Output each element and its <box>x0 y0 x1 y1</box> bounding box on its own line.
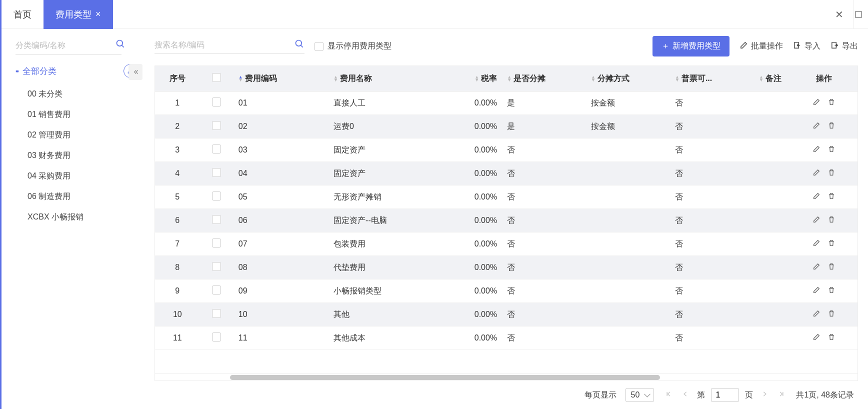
tab-expense-type[interactable]: 费用类型 × <box>44 0 113 29</box>
cell-checkbox[interactable] <box>200 326 234 350</box>
row-checkbox[interactable] <box>212 192 221 200</box>
sidebar-item[interactable]: 03 财务费用 <box>28 146 142 166</box>
batch-label: 批量操作 <box>751 41 783 52</box>
table-row[interactable]: 606固定资产--电脑0.00%否否 <box>155 209 858 232</box>
cell-checkbox[interactable] <box>200 186 234 209</box>
row-checkbox[interactable] <box>212 215 221 224</box>
delete-row-icon[interactable] <box>828 286 836 296</box>
add-expense-type-button[interactable]: ＋ 新增费用类型 <box>652 36 730 56</box>
tabs-close-all-icon[interactable]: ✕ <box>829 4 849 24</box>
delete-row-icon[interactable] <box>828 192 836 202</box>
row-checkbox[interactable] <box>212 309 221 318</box>
delete-row-icon[interactable] <box>828 122 836 132</box>
table-row[interactable]: 909小畅报销类型0.00%否否 <box>155 280 858 303</box>
delete-row-icon[interactable] <box>828 145 836 155</box>
col-code[interactable]: ▲▼费用编码 <box>234 66 328 92</box>
cell-code: 01 <box>234 92 328 115</box>
delete-row-icon[interactable] <box>828 216 836 226</box>
batch-action-button[interactable]: 批量操作 <box>740 41 783 52</box>
sidebar-item[interactable]: 06 制造费用 <box>28 186 142 207</box>
export-button[interactable]: 导出 <box>830 41 858 52</box>
import-button[interactable]: 导入 <box>793 41 820 52</box>
edit-row-icon[interactable] <box>812 122 820 132</box>
col-rate[interactable]: ▲▼税率 <box>446 66 502 92</box>
row-checkbox[interactable] <box>212 98 221 106</box>
edit-row-icon[interactable] <box>812 98 820 108</box>
row-checkbox[interactable] <box>212 238 221 248</box>
search-icon[interactable] <box>294 39 304 52</box>
cell-checkbox[interactable] <box>200 280 234 303</box>
first-page-button[interactable] <box>663 390 674 400</box>
row-checkbox[interactable] <box>212 144 221 154</box>
per-page-select[interactable]: 50 <box>626 388 654 402</box>
edit-row-icon[interactable] <box>812 286 820 296</box>
table-row[interactable]: 505无形资产摊销0.00%否否 <box>155 186 858 209</box>
table-search-input[interactable] <box>154 40 294 50</box>
row-checkbox[interactable] <box>212 286 221 294</box>
table-row[interactable]: 707包装费用0.00%否否 <box>155 232 858 256</box>
last-page-button[interactable] <box>776 390 787 400</box>
delete-row-icon[interactable] <box>828 310 836 320</box>
delete-row-icon[interactable] <box>828 333 836 343</box>
select-all-checkbox[interactable] <box>212 73 221 82</box>
table-row[interactable]: 808代垫费用0.00%否否 <box>155 256 858 280</box>
cell-checkbox[interactable] <box>200 232 234 256</box>
delete-row-icon[interactable] <box>828 168 836 178</box>
cell-checkbox[interactable] <box>200 138 234 162</box>
table-row[interactable]: 202运费00.00%是按金额否 <box>155 115 858 138</box>
delete-row-icon[interactable] <box>828 262 836 272</box>
prev-page-button[interactable] <box>680 390 691 400</box>
table-row[interactable]: 1010其他0.00%否否 <box>155 303 858 326</box>
search-icon[interactable] <box>116 39 126 52</box>
row-checkbox[interactable] <box>212 121 221 130</box>
edit-row-icon[interactable] <box>812 216 820 226</box>
edit-row-icon[interactable] <box>812 262 820 272</box>
col-seq[interactable]: 序号 <box>155 66 200 92</box>
col-method[interactable]: ▲▼分摊方式 <box>586 66 670 92</box>
cell-checkbox[interactable] <box>200 209 234 232</box>
col-checkbox[interactable] <box>200 66 234 92</box>
show-disabled-checkbox[interactable]: 显示停用费用类型 <box>314 41 392 52</box>
edit-row-icon[interactable] <box>812 239 820 249</box>
collapse-sidebar-button[interactable] <box>128 64 142 80</box>
horizontal-scrollbar[interactable] <box>155 374 858 380</box>
next-page-button[interactable] <box>759 390 770 400</box>
col-note[interactable]: ▲▼备注 <box>754 66 790 92</box>
table-row[interactable]: 303固定资产0.00%否否 <box>155 138 858 162</box>
edit-row-icon[interactable] <box>812 192 820 202</box>
sidebar-item[interactable]: 04 采购费用 <box>28 166 142 186</box>
checkbox-icon[interactable] <box>314 42 324 51</box>
table-row[interactable]: 404固定资产0.00%否否 <box>155 162 858 186</box>
sidebar-item[interactable]: 02 管理费用 <box>28 125 142 146</box>
edit-row-icon[interactable] <box>812 168 820 178</box>
scrollbar-thumb[interactable] <box>230 375 660 380</box>
fullscreen-icon[interactable] <box>853 0 863 29</box>
delete-row-icon[interactable] <box>828 98 836 108</box>
cell-checkbox[interactable] <box>200 92 234 115</box>
row-checkbox[interactable] <box>212 262 221 271</box>
row-checkbox[interactable] <box>212 332 221 342</box>
cell-checkbox[interactable] <box>200 115 234 138</box>
table-row[interactable]: 1111其他成本0.00%否否 <box>155 326 858 350</box>
col-invoice[interactable]: ▲▼普票可... <box>670 66 754 92</box>
close-icon[interactable]: × <box>96 9 101 20</box>
cell-checkbox[interactable] <box>200 256 234 280</box>
edit-row-icon[interactable] <box>812 333 820 343</box>
sidebar-item[interactable]: 01 销售费用 <box>28 104 142 125</box>
tab-home[interactable]: 首页 <box>2 0 44 29</box>
cell-checkbox[interactable] <box>200 162 234 186</box>
row-checkbox[interactable] <box>212 168 221 177</box>
col-name[interactable]: ▲▼费用名称 <box>328 66 446 92</box>
sidebar-item[interactable]: 00 未分类 <box>28 84 142 104</box>
edit-row-icon[interactable] <box>812 310 820 320</box>
col-share[interactable]: ▲▼是否分摊 <box>502 66 586 92</box>
all-categories-row[interactable]: ▪▪ 全部分类 <box>16 64 142 78</box>
edit-row-icon[interactable] <box>812 145 820 155</box>
page-input[interactable] <box>711 388 739 402</box>
category-search-input[interactable] <box>16 41 116 50</box>
delete-row-icon[interactable] <box>828 239 836 249</box>
cell-code: 05 <box>234 186 328 209</box>
table-row[interactable]: 101直接人工0.00%是按金额否 <box>155 92 858 115</box>
cell-checkbox[interactable] <box>200 303 234 326</box>
sidebar-item[interactable]: XCBX 小畅报销 <box>28 207 142 228</box>
